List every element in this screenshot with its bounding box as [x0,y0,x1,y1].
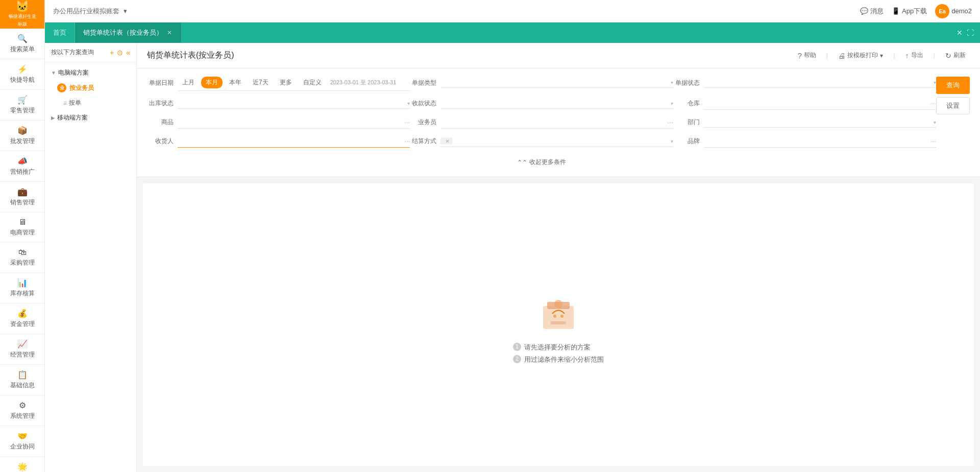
filter-salesperson: 业务员 ··· [410,116,673,129]
refresh-btn[interactable]: ↻ 刷新 [941,49,970,62]
app-download-btn[interactable]: 📱 App下载 [892,7,927,16]
filter-section-row: 单据日期 上月 本月 本年 近7天 更多 自定义 [147,75,970,171]
tree-child-by-salesperson[interactable]: 业 按业务员 [45,80,136,96]
sidebar-item-enterprise[interactable]: 🤝企业协同 [0,426,44,457]
sidebar-item-inventory[interactable]: 📊库存核算 [0,273,44,303]
doc-status-select[interactable]: ▾ [704,80,936,85]
tree-parent-desktop[interactable]: ▼ 电脑端方案 [45,65,136,80]
sidebar-item-search[interactable]: 🔍搜索菜单 [0,29,44,59]
settings-scheme-btn[interactable]: ⊙ [117,49,123,57]
tab-expand-icon[interactable]: ⛶ [967,29,974,37]
sidebar-label-enterprise: 企业协同 [10,442,35,451]
left-panel-title: 按以下方案查询 [51,48,94,57]
warehouse-dots[interactable]: ··· [930,99,936,107]
dept-select[interactable]: ▾ [704,120,936,125]
date-btn-more[interactable]: 更多 [275,77,297,88]
sidebar-item-finance[interactable]: 💰资金管理 [0,303,44,334]
settings-btn[interactable]: 设置 [936,97,970,114]
help-btn[interactable]: ? 帮助 [794,49,820,62]
avatar: Ea [935,4,949,18]
receipt-select[interactable]: ▾ [440,101,673,106]
settlement-control[interactable]: × ▾ [440,135,673,147]
filter-row-1: 单据日期 上月 本月 本年 近7天 更多 自定义 [147,75,936,91]
sidebar-item-operation[interactable]: 📈经营管理 [0,334,44,365]
salesperson-dots[interactable]: ··· [667,118,673,126]
sidebar-item-retail[interactable]: 🛒零售管理 [0,90,44,121]
doc-type-control[interactable]: ▾ [440,78,673,88]
settlement-select[interactable]: × ▾ [440,137,673,145]
collapse-panel-btn[interactable]: « [126,49,130,57]
doc-status-control[interactable]: ▾ [704,78,936,88]
brand-control[interactable]: ··· [704,135,936,148]
sidebar-label-sales: 销售管理 [10,198,35,207]
salesperson-control[interactable]: ··· [440,116,673,129]
print-dropdown-arrow[interactable]: ▾ [880,52,883,59]
consignee-dots[interactable]: ··· [404,137,410,145]
svg-point-4 [560,315,564,318]
consignee-label: 收货人 [147,137,174,146]
goods-control[interactable]: ··· [178,116,410,129]
newbie-icon: 🌟 [17,462,28,471]
settlement-tag-close[interactable]: × [446,138,449,144]
tab-sales-stat[interactable]: 销货单统计表（按业务员） ✕ [75,22,182,43]
user-profile[interactable]: Ea demo2 [935,4,972,18]
filter-doc-status: 单据状态 ▾ [673,78,936,88]
filter-row-4: 收货人 ··· 结算方式 [147,135,936,148]
outstock-label: 出库状态 [147,99,174,108]
tree-parent-desktop-label: 电脑端方案 [58,68,89,77]
goods-dots[interactable]: ··· [404,118,410,126]
sidebar-item-marketing[interactable]: 📣营销推广 [0,151,44,182]
doc-type-select[interactable]: ▾ [440,80,673,85]
print-icon: 🖨 [838,52,845,60]
sidebar-item-sales[interactable]: 💼销售管理 [0,182,44,213]
topbar-dropdown-arrow[interactable]: ▾ [124,7,127,15]
brand-dots[interactable]: ··· [930,137,936,145]
date-btn-last-month[interactable]: 上月 [178,77,199,88]
tab-close-all-icon[interactable]: ✕ [957,29,963,37]
outstock-select[interactable]: ▾ [178,101,410,106]
print-btn[interactable]: 🖨 按模板打印 ▾ [834,49,887,62]
sidebar-item-wholesale[interactable]: 📦批发管理 [0,121,44,151]
date-btn-this-year[interactable]: 本年 [225,77,246,88]
sidebar-item-quick-nav[interactable]: ⚡快捷导航 [0,59,44,90]
print-label: 按模板打印 [847,51,878,60]
filter-section-body: 单据日期 上月 本月 本年 近7天 更多 自定义 [147,75,936,171]
topbar-right: 💬 消息 📱 App下载 Ea demo2 [860,4,972,18]
warehouse-control[interactable]: ··· [704,97,936,110]
tab-controls: ✕ ⛶ [950,22,980,43]
add-scheme-btn[interactable]: + [110,49,114,57]
app-name: 办公用品行业模拟账套 [53,7,119,16]
receipt-control[interactable]: ▾ [440,99,673,109]
date-btn-last-7days[interactable]: 近7天 [248,77,273,88]
filter-warehouse: 仓库 ··· [673,97,936,110]
query-btn[interactable]: 查询 [936,77,970,94]
sidebar-item-purchase[interactable]: 🛍采购管理 [0,243,44,273]
search-icon: 🔍 [17,34,28,43]
content: 按以下方案查询 + ⊙ « ▼ 电脑端方案 业 按业务员 ≡ 按单 [45,43,980,472]
sidebar-item-system[interactable]: ⚙系统管理 [0,395,44,426]
ecommerce-icon: 🖥 [18,218,27,227]
tree-sub-child-by-order[interactable]: ≡ 按单 [45,96,136,110]
date-btn-custom[interactable]: 自定义 [299,77,326,88]
message-btn[interactable]: 💬 消息 [860,7,884,16]
empty-illustration [533,286,584,337]
outstock-control[interactable]: ▾ [178,99,410,109]
tab-close-btn[interactable]: ✕ [166,28,173,37]
tree-parent-mobile[interactable]: ▶ 移动端方案 [45,110,136,125]
consignee-control[interactable]: ··· [178,135,410,148]
collapse-btn[interactable]: ⌃⌃ 收起更多条件 [513,154,570,171]
tab-home[interactable]: 首页 [45,22,75,43]
tip-text-2: 用过滤条件来缩小分析范围 [524,355,604,364]
dept-control[interactable]: ▾ [704,117,936,128]
settlement-label: 结算方式 [410,137,436,146]
export-btn[interactable]: ↑ 导出 [901,49,927,62]
sidebar-item-ecommerce[interactable]: 🖥电商管理 [0,213,44,243]
system-icon: ⚙ [19,400,26,410]
tree-parent-mobile-label: 移动端方案 [57,113,88,122]
sidebar-label-system: 系统管理 [10,412,35,420]
app-download-label: App下载 [902,7,927,16]
sidebar-item-newbie[interactable]: 🌟新手引导 [0,457,44,472]
date-btn-this-month[interactable]: 本月 [201,77,223,88]
sidebar-item-basic[interactable]: 📋基础信息 [0,365,44,395]
logo-text: 畅捷通好生意 [9,13,36,20]
